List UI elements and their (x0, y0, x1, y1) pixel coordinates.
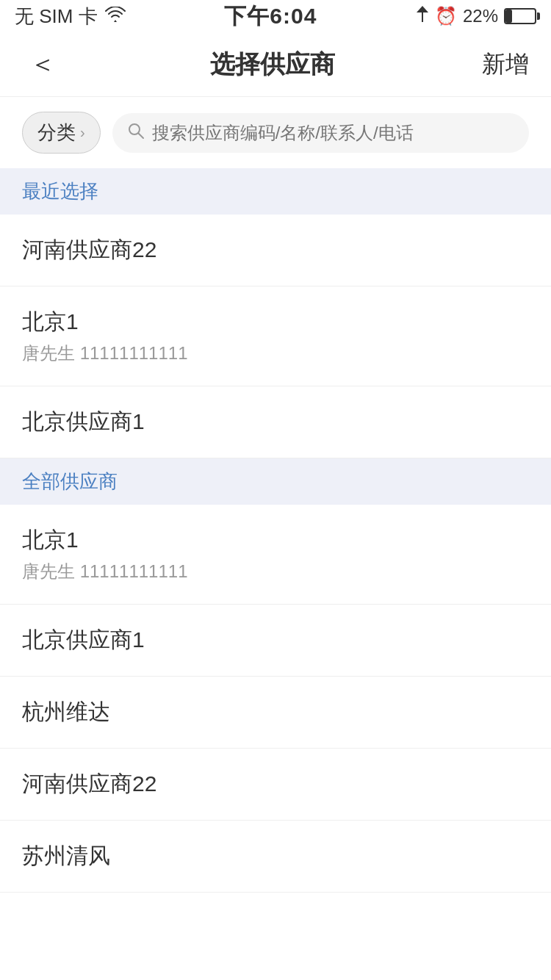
category-label: 分类 (37, 120, 76, 145)
alarm-icon: ⏰ (435, 6, 457, 26)
all-section-header: 全部供应商 (0, 458, 551, 505)
item-sub: 唐先生 11111111111 (22, 342, 529, 365)
recent-section-header: 最近选择 (0, 168, 551, 215)
back-button[interactable]: ＜ (22, 39, 63, 90)
list-item[interactable]: 北京供应商1 (0, 386, 551, 458)
recent-list: 河南供应商22北京1唐先生 11111111111北京供应商1 (0, 215, 551, 458)
page-title: 选择供应商 (210, 48, 335, 82)
status-left: 无 SIM 卡 (15, 4, 126, 29)
new-button[interactable]: 新增 (482, 48, 529, 81)
chevron-right-icon: › (80, 124, 85, 141)
all-list: 北京1唐先生 11111111111北京供应商1杭州维达河南供应商22苏州清风 (0, 505, 551, 893)
item-name: 北京1 (22, 525, 529, 555)
item-name: 苏州清风 (22, 841, 529, 871)
item-name: 河南供应商22 (22, 769, 529, 799)
list-item[interactable]: 北京供应商1 (0, 605, 551, 677)
nav-bar: ＜ 选择供应商 新增 (0, 32, 551, 97)
item-name: 北京供应商1 (22, 625, 529, 655)
search-input[interactable] (152, 123, 514, 143)
item-name: 北京1 (22, 307, 529, 337)
location-icon (416, 6, 429, 26)
list-item[interactable]: 杭州维达 (0, 677, 551, 749)
wifi-icon (105, 5, 126, 28)
status-time: 下午6:04 (224, 1, 317, 32)
search-icon (127, 122, 145, 144)
battery-percent: 22% (463, 6, 498, 26)
filter-row: 分类 › (0, 97, 551, 168)
category-button[interactable]: 分类 › (22, 112, 101, 154)
svg-line-1 (138, 133, 143, 138)
all-header-text: 全部供应商 (22, 470, 118, 492)
list-item[interactable]: 北京1唐先生 11111111111 (0, 505, 551, 605)
item-name: 北京供应商1 (22, 407, 529, 437)
list-item[interactable]: 河南供应商22 (0, 749, 551, 821)
battery-icon (504, 8, 536, 24)
item-sub: 唐先生 11111111111 (22, 560, 529, 583)
search-box (112, 113, 529, 153)
carrier-text: 无 SIM 卡 (15, 4, 98, 29)
list-item[interactable]: 河南供应商22 (0, 215, 551, 287)
status-bar: 无 SIM 卡 下午6:04 ⏰ 22% (0, 0, 551, 32)
recent-header-text: 最近选择 (22, 180, 98, 202)
item-name: 杭州维达 (22, 697, 529, 727)
item-name: 河南供应商22 (22, 235, 529, 265)
list-item[interactable]: 北京1唐先生 11111111111 (0, 287, 551, 386)
list-item[interactable]: 苏州清风 (0, 821, 551, 893)
status-right: ⏰ 22% (416, 6, 536, 26)
